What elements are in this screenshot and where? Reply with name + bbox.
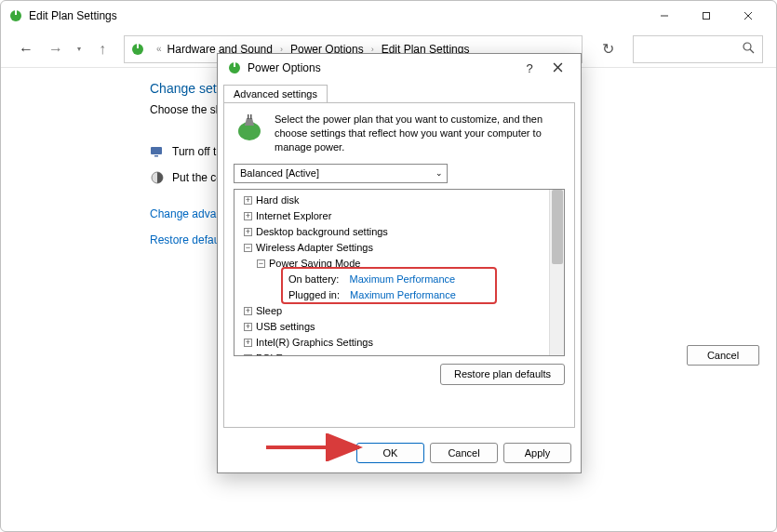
svg-point-8 bbox=[744, 43, 751, 50]
dialog-intro-text: Select the power plan that you want to c… bbox=[275, 113, 565, 154]
collapse-icon[interactable]: − bbox=[244, 244, 252, 252]
svg-rect-7 bbox=[137, 44, 139, 48]
window-title: Edit Plan Settings bbox=[29, 9, 643, 22]
tab-advanced-settings[interactable]: Advanced settings bbox=[223, 85, 328, 103]
search-input[interactable] bbox=[633, 35, 763, 63]
tree-item[interactable]: Sleep bbox=[256, 305, 282, 316]
collapse-icon[interactable]: − bbox=[257, 259, 265, 268]
scrollbar-thumb[interactable] bbox=[552, 190, 563, 264]
up-button[interactable]: ↑ bbox=[94, 41, 111, 58]
expand-icon[interactable]: + bbox=[244, 307, 252, 315]
breadcrumb-icon bbox=[130, 42, 145, 57]
dialog-icon bbox=[227, 60, 242, 75]
forward-button[interactable]: → bbox=[47, 41, 64, 58]
refresh-button[interactable]: ↻ bbox=[596, 40, 620, 58]
back-button[interactable]: ← bbox=[18, 41, 34, 58]
svg-rect-10 bbox=[151, 147, 162, 154]
svg-rect-3 bbox=[703, 13, 709, 20]
tree-item[interactable]: USB settings bbox=[256, 321, 315, 332]
expand-icon[interactable]: + bbox=[244, 196, 252, 205]
maximize-button[interactable] bbox=[685, 3, 727, 29]
on-battery-value[interactable]: Maximum Performance bbox=[349, 273, 455, 285]
tree-item[interactable]: Power Saving Mode bbox=[269, 258, 360, 269]
expand-icon[interactable]: + bbox=[244, 339, 252, 347]
sleep-icon bbox=[150, 170, 165, 185]
dialog-cancel-button[interactable]: Cancel bbox=[430, 443, 498, 463]
settings-tree[interactable]: +Hard disk +Internet Explorer +Desktop b… bbox=[234, 190, 549, 355]
tree-item[interactable]: Hard disk bbox=[256, 194, 299, 206]
svg-line-9 bbox=[750, 49, 754, 53]
plugged-in-value[interactable]: Maximum Performance bbox=[350, 289, 456, 300]
svg-rect-11 bbox=[154, 155, 158, 157]
edit-plan-settings-window: Edit Plan Settings ← → ▾ ↑ « Hardware an… bbox=[0, 0, 777, 532]
expand-icon[interactable]: + bbox=[244, 354, 252, 355]
apply-button[interactable]: Apply bbox=[503, 443, 571, 463]
history-dropdown[interactable]: ▾ bbox=[77, 45, 81, 53]
dialog-close-button[interactable] bbox=[543, 61, 571, 75]
ok-button[interactable]: OK bbox=[356, 443, 424, 463]
power-plan-icon bbox=[234, 113, 265, 144]
power-plan-value: Balanced [Active] bbox=[240, 167, 319, 179]
expand-icon[interactable]: + bbox=[244, 212, 252, 220]
on-battery-label: On battery: bbox=[288, 273, 339, 285]
tree-scrollbar[interactable] bbox=[549, 190, 564, 355]
svg-rect-18 bbox=[248, 114, 249, 119]
tree-item[interactable]: Intel(R) Graphics Settings bbox=[256, 337, 373, 348]
tree-item[interactable]: PCI Express bbox=[256, 352, 313, 355]
app-icon bbox=[8, 8, 23, 23]
window-titlebar: Edit Plan Settings bbox=[1, 1, 776, 31]
restore-plan-defaults-button[interactable]: Restore plan defaults bbox=[440, 364, 565, 385]
search-icon bbox=[743, 41, 755, 58]
chevron-down-icon: ⌄ bbox=[435, 168, 443, 178]
tree-item[interactable]: Desktop background settings bbox=[256, 226, 388, 237]
cancel-button[interactable]: Cancel bbox=[687, 345, 759, 366]
plugged-in-label: Plugged in: bbox=[288, 289, 340, 300]
tree-item[interactable]: Internet Explorer bbox=[256, 210, 331, 221]
dialog-title: Power Options bbox=[248, 61, 516, 74]
svg-rect-19 bbox=[250, 114, 252, 119]
power-plan-combo[interactable]: Balanced [Active] ⌄ bbox=[234, 164, 448, 183]
power-options-dialog: Power Options ? Advanced settings Select… bbox=[217, 53, 582, 473]
svg-rect-14 bbox=[234, 62, 235, 67]
close-button[interactable] bbox=[727, 3, 769, 29]
help-button[interactable]: ? bbox=[516, 61, 543, 75]
tree-item[interactable]: Wireless Adapter Settings bbox=[256, 242, 373, 253]
expand-icon[interactable]: + bbox=[244, 323, 252, 331]
minimize-button[interactable] bbox=[643, 3, 685, 29]
svg-rect-1 bbox=[15, 10, 17, 15]
display-off-icon bbox=[150, 144, 165, 159]
expand-icon[interactable]: + bbox=[244, 228, 252, 236]
